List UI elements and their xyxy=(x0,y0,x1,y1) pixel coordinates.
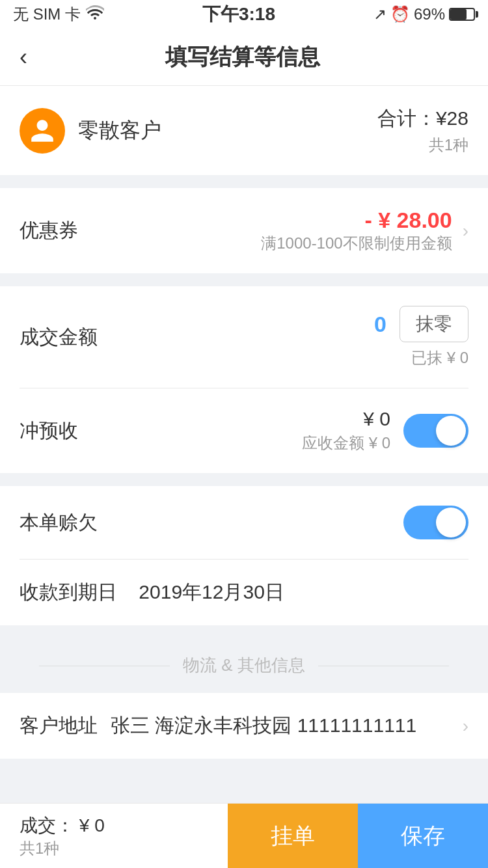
debt-section: 本单赊欠 收款到期日 2019年12月30日 xyxy=(0,486,488,625)
person-icon xyxy=(29,117,56,144)
status-bar: 无 SIM 卡 下午3:18 ↗ ⏰ 69% xyxy=(0,0,488,29)
total-price: 合计：¥28 xyxy=(377,105,468,132)
customer-section: 零散客户 合计：¥28 共1种 xyxy=(0,86,488,175)
pre-receive-label: 冲预收 xyxy=(20,418,78,444)
coupon-row[interactable]: 优惠券 - ¥ 28.00 满1000-100不限制使用金额 › xyxy=(0,188,488,273)
deal-amount-top: 0 抹零 xyxy=(374,306,468,342)
coupon-amount: - ¥ 28.00 xyxy=(261,208,452,233)
coupon-section[interactable]: 优惠券 - ¥ 28.00 满1000-100不限制使用金额 › xyxy=(0,188,488,273)
customer-right: 合计：¥28 共1种 xyxy=(377,105,468,156)
due-date-content: 收款到期日 2019年12月30日 xyxy=(20,581,284,603)
pre-receive-sub-amount: 应收金额 ¥ 0 xyxy=(302,433,390,454)
pre-receive-amounts: ¥ 0 应收金额 ¥ 0 xyxy=(302,408,390,454)
debt-toggle[interactable] xyxy=(403,506,468,539)
divider-2 xyxy=(0,273,488,286)
due-date-row: 收款到期日 2019年12月30日 xyxy=(0,560,488,625)
debt-label: 本单赊欠 xyxy=(20,509,98,536)
back-button[interactable]: ‹ xyxy=(20,44,27,71)
bottom-summary: 成交： ¥ 0 共1种 xyxy=(0,804,228,868)
save-button[interactable]: 保存 xyxy=(358,804,488,868)
customer-avatar xyxy=(20,108,65,154)
address-row[interactable]: 客户地址 张三 海淀永丰科技园 11111111111 › xyxy=(0,693,488,759)
nav-bar: ‹ 填写结算等信息 xyxy=(0,29,488,86)
battery-percent: 69% xyxy=(414,5,445,23)
location-icon: ↗ xyxy=(373,5,386,23)
alarm-icon: ⏰ xyxy=(390,5,410,23)
page-title: 填写结算等信息 xyxy=(40,42,445,72)
wifi-icon xyxy=(86,5,104,23)
divider-4 xyxy=(0,625,488,638)
divider-3 xyxy=(0,473,488,486)
hold-button[interactable]: 挂单 xyxy=(228,804,358,868)
due-date-spacer xyxy=(122,581,133,603)
pre-receive-main-amount: ¥ 0 xyxy=(302,408,390,430)
deal-amount-value: 0 xyxy=(374,312,386,337)
bottom-deal-amount: 成交： ¥ 0 xyxy=(20,813,228,838)
already-rounded-text: 已抹 ¥ 0 xyxy=(411,347,468,368)
toggle-knob xyxy=(436,416,466,446)
pre-receive-toggle[interactable] xyxy=(403,414,468,448)
status-left: 无 SIM 卡 xyxy=(13,4,104,25)
debt-row: 本单赊欠 xyxy=(0,486,488,559)
coupon-info: - ¥ 28.00 满1000-100不限制使用金额 xyxy=(261,208,452,254)
divider-1 xyxy=(0,175,488,188)
coupon-desc: 满1000-100不限制使用金额 xyxy=(261,233,452,254)
deal-section: 成交金额 0 抹零 已抹 ¥ 0 冲预收 ¥ 0 应收金额 ¥ 0 xyxy=(0,286,488,473)
due-date-value: 2019年12月30日 xyxy=(139,581,284,603)
bottom-bar: 成交： ¥ 0 共1种 挂单 保存 xyxy=(0,803,488,868)
coupon-right: - ¥ 28.00 满1000-100不限制使用金额 › xyxy=(261,208,468,254)
logistics-section-label: 物流 & 其他信息 xyxy=(170,655,318,675)
logistics-header: 物流 & 其他信息 xyxy=(0,638,488,692)
deal-amount-right: 0 抹零 已抹 ¥ 0 xyxy=(374,306,468,368)
total-count: 共1种 xyxy=(377,135,468,156)
address-label: 客户地址 xyxy=(20,712,98,739)
carrier-text: 无 SIM 卡 xyxy=(13,4,81,25)
address-section: 客户地址 张三 海淀永丰科技园 11111111111 › xyxy=(0,693,488,759)
debt-toggle-knob xyxy=(436,508,466,537)
customer-row: 零散客户 合计：¥28 共1种 xyxy=(0,86,488,175)
deal-amount-label: 成交金额 xyxy=(20,324,98,351)
pre-receive-right: ¥ 0 应收金额 ¥ 0 xyxy=(302,408,468,454)
status-time: 下午3:18 xyxy=(202,2,275,27)
pre-receive-row: 冲预收 ¥ 0 应收金额 ¥ 0 xyxy=(0,388,488,473)
round-zero-button[interactable]: 抹零 xyxy=(400,306,468,342)
deal-amount-row: 成交金额 0 抹零 已抹 ¥ 0 xyxy=(0,286,488,388)
address-value: 张三 海淀永丰科技园 11111111111 xyxy=(111,712,450,739)
coupon-label: 优惠券 xyxy=(20,217,78,244)
bottom-deal-label: 成交： xyxy=(20,815,74,835)
bottom-count: 共1种 xyxy=(20,838,228,859)
address-chevron-icon: › xyxy=(463,716,468,737)
battery-icon xyxy=(449,8,475,21)
due-date-label: 收款到期日 xyxy=(20,581,117,603)
bottom-deal-value: ¥ 0 xyxy=(79,815,105,835)
coupon-chevron-icon: › xyxy=(463,221,468,241)
customer-left: 零散客户 xyxy=(20,108,161,154)
status-right: ↗ ⏰ 69% xyxy=(373,5,475,23)
customer-name: 零散客户 xyxy=(78,116,161,145)
